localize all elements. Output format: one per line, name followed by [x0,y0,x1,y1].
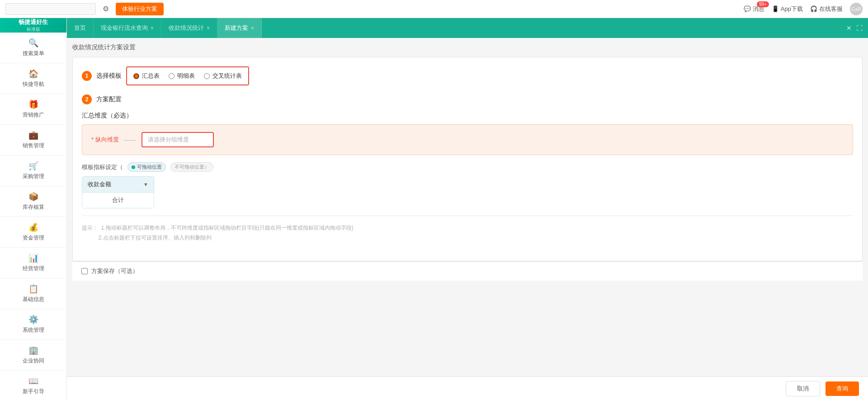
tab-maximize-icon[interactable]: ⛶ [856,24,863,32]
tab-cashflow-label: 现金银行流水查询 [101,24,148,32]
purchase-icon: 🛒 [28,161,38,171]
sidebar-item-system[interactable]: ⚙️ 系统管理 [0,309,66,340]
tip-1: 提示： 1.拖动标题栏可以调整布局，不可跨维度或指标区域拖动栏目字段(只能在同一… [82,223,853,233]
tab-collection-close[interactable]: × [207,25,210,31]
sidebar-item-label: 经营管理 [23,265,44,273]
tab-collection-label: 收款情况统计 [169,24,204,32]
sidebar-item-label: 系统管理 [23,326,44,334]
notifications-button[interactable]: 💬 消息 99+ [744,5,764,13]
tab-bar-actions: ✕ ⛶ [841,18,868,38]
tab-newplan[interactable]: 新建方案 × [217,18,262,38]
dimension-label-text: 纵向维度 [95,136,119,143]
footer-bar: 取消 查询 [67,376,868,400]
dimension-row: 纵向维度 —— 请选择分组维度 [91,132,844,147]
sidebar-item-label: 企业协同 [23,357,44,365]
radio-summary[interactable]: 汇总表 [133,72,160,80]
message-icon: 💬 [744,5,751,12]
logo-sub: 标准版 [27,26,40,33]
chat-label: 在线客服 [819,5,843,13]
sidebar-item-purchase[interactable]: 🛒 采购管理 [0,155,66,186]
tab-collection[interactable]: 收款情况统计 × [161,18,217,38]
sidebar-item-label: 库存核算 [23,203,44,211]
sidebar-item-sales[interactable]: 💼 销售管理 [0,125,66,155]
sidebar-item-basicinfo[interactable]: 📋 基础信息 [0,278,66,309]
tab-home[interactable]: 首页 [67,18,94,38]
page-header: 收款情况统计方案设置 [72,43,863,52]
guide-icon: 📖 [28,376,38,386]
content-area: 首页 现金银行流水查询 × 收款情况统计 × 新建方案 × ✕ ⛶ 收款情况统计… [67,18,868,400]
radio-cross-input[interactable] [204,73,210,79]
section-divider [82,216,853,216]
sidebar-item-label: 资金管理 [23,234,44,242]
avatar[interactable]: CaR [850,3,863,15]
gear-icon[interactable]: ⚙ [99,3,112,15]
chat-icon: 🎧 [810,5,817,12]
sidebar-logo: 畅捷通好生 标准版 [0,18,66,33]
gift-icon: 🎁 [28,99,38,109]
metrics-col-header: 收款金额 [88,180,111,188]
save-checkbox[interactable] [81,268,88,274]
radio-summary-input[interactable] [133,73,139,79]
sidebar-item-marketing[interactable]: 🎁 营销推广 [0,94,66,125]
home-icon: 🏠 [28,69,38,79]
tab-newplan-label: 新建方案 [225,24,248,32]
trial-button[interactable]: 体验行业方案 [116,3,164,15]
tab-cashflow-close[interactable]: × [151,25,154,31]
avatar-text: CaR [851,6,861,12]
main-content: 收款情况统计方案设置 1 选择模板 汇总表 [67,38,868,376]
sidebar-item-finance[interactable]: 💰 资金管理 [0,217,66,248]
search-input[interactable] [5,3,96,15]
cancel-button[interactable]: 取消 [786,381,820,396]
sidebar-item-enterprise[interactable]: 🏢 企业协同 [0,340,66,371]
arrow-icon: —— [124,136,136,143]
metrics-total-row: 合计 [82,193,154,208]
dimension-select[interactable]: 请选择分组维度 [142,132,214,147]
inventory-icon: 📦 [28,192,38,202]
sidebar-item-guide[interactable]: 📖 新手引导 [0,371,66,400]
search-menu-icon: 🔍 [28,38,38,48]
dimension-placeholder: 请选择分组维度 [148,136,189,143]
step1-header: 1 选择模板 汇总表 明细表 [82,66,853,85]
template-select: 汇总表 明细表 交叉统计表 [126,66,249,85]
step2-num: 2 [82,94,92,104]
tab-newplan-close[interactable]: × [251,25,254,31]
tab-close-all-icon[interactable]: ✕ [846,24,852,32]
sidebar-item-search[interactable]: 🔍 搜索菜单 [0,33,66,63]
dimension-area: 纵向维度 —— 请选择分组维度 [82,124,853,155]
radio-detail[interactable]: 明细表 [169,72,195,80]
radio-cross-label: 交叉统计表 [212,72,242,80]
dimension-label: 纵向维度 [91,136,119,144]
operations-icon: 📊 [28,253,38,263]
metrics-section-label: 模板指标设定（ [82,163,123,171]
tip-2: 2.点击标题栏下拉可设置排序、插入列和删除列 [82,233,853,243]
download-label: App下载 [781,5,803,13]
tab-cashflow[interactable]: 现金银行流水查询 × [94,18,161,38]
draggable-dot [132,165,135,169]
radio-cross[interactable]: 交叉统计表 [204,72,242,80]
dropdown-icon: ▼ [143,182,148,187]
save-section: 方案保存（可选） [72,261,863,281]
sidebar-item-label: 新手引导 [23,388,44,395]
metrics-label-row: 模板指标设定（ 可拖动位置 不可拖动位置） [82,162,853,172]
sidebar-item-quicknav[interactable]: 🏠 快捷导航 [0,63,66,94]
metrics-header[interactable]: 收款金额 ▼ [82,177,154,193]
metrics-table: 收款金额 ▼ 合计 [82,176,154,208]
step1-title: 选择模板 [96,72,122,80]
tips-section: 提示： 1.拖动标题栏可以调整布局，不可跨维度或指标区域拖动栏目字段(只能在同一… [82,223,853,243]
sidebar: 畅捷通好生 标准版 🔍 搜索菜单 🏠 快捷导航 🎁 营销推广 💼 销售管理 🛒 … [0,18,67,400]
query-button[interactable]: 查询 [826,381,859,396]
sidebar-item-inventory[interactable]: 📦 库存核算 [0,186,66,217]
sidebar-item-label: 快捷导航 [23,80,44,88]
sidebar-item-label: 营销推广 [23,111,44,119]
notifications-badge: 99+ [757,1,769,7]
sidebar-item-label: 采购管理 [23,173,44,180]
dimension-section-title: 汇总维度（必选） [82,112,853,120]
sidebar-item-operations[interactable]: 📊 经营管理 [0,248,66,278]
chat-button[interactable]: 🎧 在线客服 [810,5,843,13]
basicinfo-icon: 📋 [28,284,38,294]
radio-detail-label: 明细表 [177,72,195,80]
radio-detail-input[interactable] [169,73,175,79]
download-button[interactable]: 📱 App下载 [772,5,803,13]
tab-bar: 首页 现金银行流水查询 × 收款情况统计 × 新建方案 × ✕ ⛶ [67,18,868,38]
draggable-badge: 可拖动位置 [127,162,166,172]
